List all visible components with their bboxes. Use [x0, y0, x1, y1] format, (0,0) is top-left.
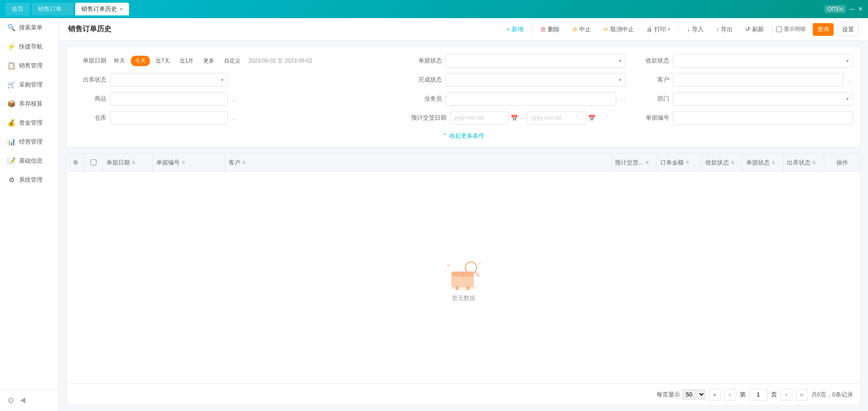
tab-sales-order[interactable]: 销售订单 × [32, 3, 73, 15]
date-range-text: 2023-06-02 至 2023-06-02 [248, 57, 312, 65]
page-number-input[interactable] [749, 389, 767, 401]
minimize-btn[interactable]: — [849, 6, 855, 12]
delivery-date-start[interactable]: yyyy-mm-dd [450, 111, 509, 125]
dept-select[interactable]: ▾ [673, 92, 853, 106]
query-button[interactable]: 查询 [813, 23, 834, 36]
stock-status-sort-icon[interactable]: ⇅ [812, 160, 816, 165]
delivery-date-label: 预计交货日期 [409, 114, 450, 122]
delivery-date-cal-start[interactable]: 📅 [511, 115, 518, 121]
close-history-tab[interactable]: × [120, 6, 122, 12]
th-doc-status[interactable]: 单据状态 ⇅ [743, 154, 783, 171]
doc-date-sort-icon[interactable]: ⇅ [132, 160, 135, 165]
close-btn[interactable]: × [858, 5, 863, 13]
first-page-btn[interactable]: « [709, 389, 721, 401]
chip-more[interactable]: 更多 [199, 56, 218, 66]
th-pay-status[interactable]: 收款状态 ⇅ [702, 154, 743, 171]
goods-more-icon[interactable]: … [231, 96, 237, 102]
select-all-checkbox[interactable] [91, 160, 96, 165]
chip-custom[interactable]: 自定义 [220, 56, 245, 66]
customer-sort-icon[interactable]: ⇅ [242, 160, 246, 165]
next-page-btn[interactable]: › [781, 389, 792, 401]
delivery-sort-icon[interactable]: ⇅ [645, 160, 649, 165]
filter-section-doc-num: 单据编号 [637, 111, 853, 125]
filter-row-4: 仓库 … 预计交货日期 yyyy-mm-dd 📅 — yyyy-mm-dd [74, 111, 853, 125]
purchase-mgmt-icon: 🛒 [7, 81, 15, 89]
sidebar-item-finance[interactable]: 💰 资金管理 [0, 113, 58, 132]
customer-more-icon[interactable]: … [847, 77, 853, 83]
warehouse-more-icon[interactable]: … [231, 115, 237, 121]
close-sales-order-tab[interactable]: × [64, 6, 67, 12]
page-suffix: 页 [771, 391, 777, 399]
sidebar-item-operation[interactable]: 📊 经营管理 [0, 132, 58, 151]
display-detail-checkbox[interactable] [776, 26, 782, 32]
delivery-date-cal-end[interactable]: 📅 [588, 115, 595, 121]
sidebar-item-inventory[interactable]: 📦 库存核算 [0, 94, 58, 113]
customer-input[interactable] [673, 73, 844, 87]
last-page-btn[interactable]: » [796, 389, 808, 401]
tab-home[interactable]: 首页 [5, 3, 30, 15]
sidebar-toggle-icon[interactable]: ◀ [20, 396, 25, 406]
th-delivery[interactable]: 预计交货... ⇅ [611, 154, 657, 171]
stock-out-select[interactable]: ▾ [110, 73, 228, 87]
settings-icon[interactable]: ⚙ [73, 159, 78, 166]
display-detail-label[interactable]: 显示明细 [776, 25, 806, 33]
new-button[interactable]: + 新增 [502, 23, 528, 36]
import-button[interactable]: ↓ 导入 [682, 23, 708, 36]
complete-select[interactable]: ▾ [446, 73, 626, 87]
export-button[interactable]: ↑ 导出 [712, 23, 738, 36]
chip-today[interactable]: 今天 [131, 56, 150, 66]
finance-icon: 💰 [7, 119, 15, 127]
sidebar-item-purchase-mgmt[interactable]: 🛒 采购管理 [0, 75, 58, 94]
chip-yesterday[interactable]: 昨天 [110, 56, 129, 66]
amount-sort-icon[interactable]: ⇅ [686, 160, 689, 165]
delete-button[interactable]: 🗑 删除 [536, 23, 564, 36]
goods-input[interactable] [110, 92, 228, 106]
collapse-row[interactable]: ⌃ 收起更多条件 [74, 128, 853, 140]
sidebar-item-system[interactable]: ⚙ 系统管理 [0, 170, 58, 189]
doc-num-input[interactable] [673, 111, 853, 125]
salesperson-input[interactable] [446, 92, 616, 106]
chip-1month[interactable]: 近1月 [176, 56, 198, 66]
print-button[interactable]: 🖨 打印 ▾ [642, 23, 675, 36]
doc-num-sort-icon[interactable]: ⇅ [182, 160, 185, 165]
sidebar-item-quick-nav[interactable]: ⚡ 快捷导航 [0, 37, 58, 56]
th-stock-status[interactable]: 出库状态 ⇅ [783, 154, 824, 171]
th-doc-num[interactable]: 单据编号 ⇅ [153, 154, 225, 171]
delivery-start-placeholder: yyyy-mm-dd [454, 115, 484, 121]
doc-status-select[interactable]: ▾ [446, 54, 626, 68]
th-doc-date[interactable]: 单据日期 ⇅ [103, 154, 153, 171]
doc-status-sort-icon[interactable]: ⇅ [772, 160, 775, 165]
th-customer[interactable]: 客户 ⇅ [225, 154, 611, 171]
page-title: 销售订单历史 [68, 24, 502, 34]
warehouse-input[interactable] [110, 111, 228, 125]
sidebar-item-system-label: 系统管理 [19, 176, 43, 184]
sidebar-item-search-menu-label: 搜索菜单 [19, 24, 43, 32]
stop-button[interactable]: ⊘ 中止 [568, 23, 595, 36]
sidebar-settings-icon[interactable]: ⚙ [7, 396, 14, 406]
sidebar-item-basic-info[interactable]: 📝 基础信息 [0, 151, 58, 170]
chip-7days[interactable]: 近7天 [152, 56, 174, 66]
th-checkbox[interactable] [85, 154, 103, 171]
sidebar-item-sales-mgmt[interactable]: 📋 销售管理 [0, 56, 58, 75]
salesperson-more-icon[interactable]: … [620, 96, 626, 102]
print-icon: 🖨 [647, 26, 652, 33]
date-chips: 昨天 今天 近7天 近1月 更多 自定义 [110, 56, 245, 66]
prev-page-btn[interactable]: ‹ [724, 389, 736, 401]
th-customer-label: 客户 [229, 159, 240, 167]
settings-button[interactable]: 设置 [837, 23, 859, 36]
th-settings[interactable]: ⚙ [67, 154, 85, 171]
delivery-date-end[interactable]: yyyy-mm-dd [528, 111, 586, 125]
cancel-stop-button[interactable]: ↩ 取消中止 [599, 23, 638, 36]
sidebar-item-search-menu[interactable]: 🔍 搜索菜单 [0, 18, 58, 37]
page-size-label: 每页显示 [657, 391, 680, 399]
pay-status-label: 收款状态 [637, 57, 673, 65]
page-size-select[interactable]: 20 50 100 [682, 389, 705, 400]
refresh-button[interactable]: ↺ 刷新 [741, 23, 768, 36]
complete-label: 完成状态 [409, 76, 446, 84]
pay-status-sort-icon[interactable]: ⇅ [731, 160, 734, 165]
tab-sales-order-history[interactable]: 销售订单历史 × [75, 3, 129, 15]
pay-status-select[interactable]: ▾ [673, 54, 853, 68]
toolbar: + 新增 🗑 删除 ⊘ 中止 ↩ 取消中止 🖨 打印 ▾ [502, 23, 859, 36]
th-amount[interactable]: 订单金额 ⇅ [657, 154, 702, 171]
doc-status-label: 单据状态 [409, 57, 446, 65]
